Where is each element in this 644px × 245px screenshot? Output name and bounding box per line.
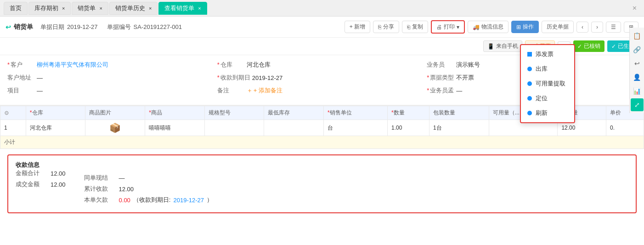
sidebar-notes-icon[interactable]: 📋 bbox=[631, 29, 644, 42]
from-mobile-label: 来自手机 bbox=[496, 42, 518, 50]
dropdown-available-qty[interactable]: 可用量提取 bbox=[521, 76, 574, 91]
address-value: — bbox=[37, 74, 43, 81]
same-order-row: 同单现结 — bbox=[84, 174, 213, 182]
doc-type-icon: ↩ bbox=[6, 23, 11, 31]
owe-label: 本单欠款 bbox=[84, 196, 116, 204]
due-date-value: 2019-12-27 bbox=[252, 74, 283, 81]
tab-sales-close[interactable]: × bbox=[99, 6, 102, 11]
plus-icon: ＋ bbox=[247, 86, 253, 95]
doc-no-value: SA-20191227-001 bbox=[134, 23, 182, 30]
prev-button[interactable]: ‹ bbox=[576, 22, 588, 33]
deal-row: 成交金额 12.00 bbox=[16, 180, 66, 188]
payment-title: 收款信息 bbox=[16, 161, 66, 169]
cumulative-value: 12.00 bbox=[119, 186, 134, 193]
share-button[interactable]: ⎘ 分享 bbox=[373, 21, 399, 33]
customer-value[interactable]: 柳州粤港平安气体有限公司 bbox=[37, 61, 108, 69]
cumulative-label: 累计收款 bbox=[84, 185, 116, 193]
tab-view-sales[interactable]: 查看销货单 × bbox=[158, 2, 207, 15]
doc-actions: + 新增 ⎘ 分享 ⎗ 复制 🖨 打印 ▾ 🚚 物流信息 bbox=[345, 20, 638, 34]
doc-title: ↩ 销货单 bbox=[6, 23, 33, 31]
tab-inventory[interactable]: 库存期初 × bbox=[28, 2, 71, 15]
close-all-button[interactable]: × bbox=[629, 4, 640, 12]
doc-date-value: 2019-12-27 bbox=[67, 23, 98, 30]
sold-label: 已核销 bbox=[584, 42, 600, 50]
operate-label: 操作 bbox=[523, 23, 534, 31]
settings-icon[interactable]: ⚙ bbox=[4, 110, 9, 116]
payment-info: 收款信息 金额合计 12.00 成交金额 12.00 同单现结 — 累计收款 1… bbox=[7, 154, 637, 213]
address-field: 客户地址 — bbox=[7, 74, 217, 82]
next-button[interactable]: › bbox=[591, 22, 603, 33]
deal-label: 成交金额 bbox=[16, 180, 48, 188]
right-sidebar: 📋 🔗 ↩ 👤 📊 ⤢ bbox=[629, 28, 644, 113]
cell-min-stock bbox=[264, 120, 324, 136]
cell-product: 嘻嘻嘻嘻 bbox=[145, 120, 205, 136]
staff-label: 业务员 bbox=[427, 61, 454, 69]
list-view-button[interactable]: ☰ bbox=[606, 22, 621, 33]
ticket-value: 不开票 bbox=[456, 74, 474, 82]
tab-home[interactable]: 首页 bbox=[4, 2, 28, 15]
tab-history-close[interactable]: × bbox=[149, 6, 152, 11]
tab-history[interactable]: 销货单历史 × bbox=[109, 2, 158, 15]
sidebar-return-icon[interactable]: ↩ bbox=[631, 57, 644, 70]
add-invoice-icon bbox=[527, 52, 532, 57]
cell-spec bbox=[204, 120, 264, 136]
tab-view-sales-close[interactable]: × bbox=[198, 6, 201, 11]
doc-no-label: 单据编号 bbox=[107, 23, 131, 31]
cell-quantity: 1.00 bbox=[388, 120, 429, 136]
available-qty-label: 可用量提取 bbox=[536, 80, 565, 88]
sidebar-expand-icon[interactable]: ⤢ bbox=[631, 98, 644, 111]
th-quantity: *数量 bbox=[388, 106, 429, 120]
cumulative-row: 累计收款 12.00 bbox=[84, 185, 213, 193]
subtotal-row: 小计 bbox=[0, 136, 644, 149]
available-qty-icon bbox=[527, 81, 532, 86]
customer-label: 客户 bbox=[7, 61, 35, 69]
copy-button[interactable]: ⎗ 复制 bbox=[402, 21, 428, 33]
product-image: 📦 bbox=[109, 123, 121, 133]
dropdown-refresh[interactable]: 刷新 bbox=[521, 106, 574, 120]
owe-note: （收款到期日: bbox=[133, 196, 171, 204]
tab-sales[interactable]: 销货单 × bbox=[72, 2, 108, 15]
from-mobile-button[interactable]: 📱 来自手机 bbox=[483, 40, 522, 52]
tab-inventory-close[interactable]: × bbox=[62, 6, 65, 11]
doc-date-section: 单据日期 2019-12-27 bbox=[40, 23, 98, 31]
sidebar-chart-icon[interactable]: 📊 bbox=[631, 85, 644, 97]
deal-value: 12.00 bbox=[51, 181, 66, 188]
copy-icon: ⎗ bbox=[407, 24, 410, 30]
due-date-label: 收款到期日 bbox=[217, 74, 250, 82]
new-button[interactable]: + 新增 bbox=[345, 21, 370, 33]
operate-button[interactable]: ⊞ 操作 bbox=[511, 21, 539, 33]
th-settings[interactable]: ⚙ bbox=[0, 106, 26, 120]
sold-button[interactable]: ✓ 已核销 bbox=[573, 40, 604, 52]
staff-value: 演示账号 bbox=[456, 61, 480, 69]
tab-bar: 首页 库存期初 × 销货单 × 销货单历史 × 查看销货单 × × bbox=[0, 0, 644, 17]
print-button[interactable]: 🖨 打印 ▾ bbox=[431, 20, 465, 34]
cell-no: 1 bbox=[0, 120, 26, 136]
new-label: + 新增 bbox=[350, 23, 365, 31]
dropdown-add-invoice[interactable]: 添发票 bbox=[521, 47, 574, 62]
doc-type-label: 销货单 bbox=[14, 23, 33, 31]
sidebar-link-icon[interactable]: 🔗 bbox=[631, 43, 644, 56]
check2-icon: ✓ bbox=[611, 43, 616, 50]
locate-label: 定位 bbox=[536, 94, 548, 103]
remark-label: 备注 bbox=[217, 86, 245, 95]
logistics-label: 物流信息 bbox=[481, 23, 503, 31]
refresh-icon bbox=[527, 111, 532, 115]
remark-add-button[interactable]: ＋ + 添加备注 bbox=[247, 86, 282, 95]
dropdown-out-warehouse[interactable]: 出库 bbox=[521, 62, 574, 76]
due-date-field: 收款到期日 2019-12-27 bbox=[217, 74, 427, 82]
history-button[interactable]: 历史单据 bbox=[542, 21, 574, 33]
th-warehouse: *仓库 bbox=[26, 106, 85, 120]
cell-price: 0. bbox=[606, 120, 644, 136]
remark-add-label: + 添加备注 bbox=[254, 86, 282, 95]
th-unit: *销售单位 bbox=[324, 106, 388, 120]
logistics-button[interactable]: 🚚 物流信息 bbox=[468, 21, 508, 33]
same-order-value: — bbox=[119, 175, 125, 182]
th-product: *商品 bbox=[145, 106, 205, 120]
cell-image: 📦 bbox=[85, 120, 145, 136]
address-label: 客户地址 bbox=[7, 74, 35, 82]
doc-meta: 单据日期 2019-12-27 单据编号 SA-20191227-001 bbox=[40, 23, 182, 31]
check-icon: ✓ bbox=[577, 43, 582, 50]
dropdown-locate[interactable]: 定位 bbox=[521, 91, 574, 106]
sidebar-user-icon[interactable]: 👤 bbox=[631, 71, 644, 84]
owe-suffix: ） bbox=[207, 196, 213, 204]
